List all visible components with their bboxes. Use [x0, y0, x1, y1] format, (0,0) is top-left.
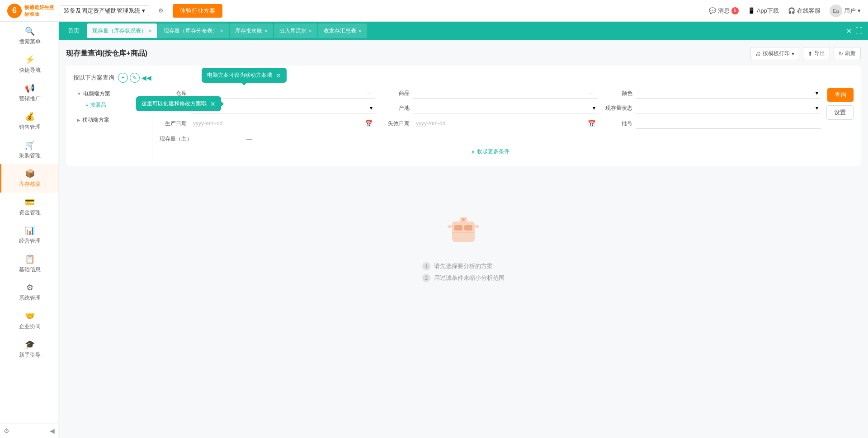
expire-date-input[interactable]: yyyy-mm-dd 📅: [413, 118, 598, 129]
stock-status-select[interactable]: ▾: [636, 103, 821, 113]
search-btn[interactable]: 查询: [827, 88, 854, 102]
search-icon: 🔍: [25, 26, 35, 36]
tab-close-inventory-status[interactable]: ✕: [148, 28, 152, 33]
notice-btn[interactable]: 💬 消息 6: [709, 7, 739, 15]
sales-icon: 💰: [25, 112, 35, 122]
basic-icon: 📋: [25, 254, 35, 264]
inventory-icon: 📦: [25, 169, 35, 179]
tab-batch-account[interactable]: 库存批次账 ✕: [230, 24, 273, 38]
online-service-btn[interactable]: 🎧 在线客服: [788, 7, 821, 15]
tab-close-inventory-dist[interactable]: ✕: [220, 28, 223, 33]
industry-btn[interactable]: 体验行业方案: [173, 4, 222, 18]
print-icon: 🖨: [755, 51, 761, 57]
expire-date-field: 失效日期 yyyy-mm-dd 📅: [382, 118, 598, 129]
color-select[interactable]: ▾: [636, 88, 821, 99]
mobile-plans-group[interactable]: ▶ 移动端方案: [77, 114, 145, 126]
origin-field: 产地 ▾: [382, 103, 598, 113]
filter-row-1: 仓库 ··· 商品: [160, 88, 821, 99]
tab-maximize[interactable]: ⛶: [855, 27, 863, 35]
stock-status-field: 现存量状态 ▾: [605, 103, 821, 113]
sidebar-item-operations[interactable]: 📊 经营管理: [0, 221, 58, 250]
logo-area: 6 畅通道好生意 标准版: [7, 4, 54, 18]
sidebar-item-system[interactable]: ⚙ 系统管理: [0, 278, 58, 306]
sidebar-item-newbie[interactable]: 🎓 新手引导: [0, 335, 58, 363]
settings-icon[interactable]: ⚙: [155, 5, 167, 17]
chevron-down-icon: ▾: [593, 105, 595, 111]
filter-header: 按以下方案查询 + ✎ ◀◀: [73, 73, 854, 83]
origin-select[interactable]: ▾: [413, 103, 598, 113]
filter-area: 电脑方案可设为移动方案哦 ✕ 这里可以创建和修改方案哦 ✕ 按以下方案查询 + …: [66, 66, 861, 166]
edit-plan-btn[interactable]: ✎: [130, 73, 140, 83]
prod-date-calendar-icon[interactable]: 📅: [365, 120, 373, 127]
user-menu[interactable]: Ea 用户 ▾: [830, 5, 861, 17]
notice-badge: 6: [731, 7, 739, 14]
search-actions: 查询 设置: [826, 88, 854, 159]
tooltip-top-close[interactable]: ✕: [276, 72, 281, 79]
tab-close-all[interactable]: ✕: [846, 27, 852, 35]
warehouse-dots[interactable]: ···: [365, 90, 373, 96]
service-icon: 🎧: [788, 7, 795, 14]
reset-btn[interactable]: 设置: [826, 105, 854, 120]
print-btn[interactable]: 🖨 按模板打印 ▾: [750, 47, 799, 60]
pc-plans-group[interactable]: ▼ 电脑端方案: [77, 88, 145, 99]
sidebar-item-search[interactable]: 🔍 搜索菜单: [0, 22, 58, 50]
tooltip-create-plan: 这里可以创建和修改方案哦 ✕: [136, 96, 221, 111]
goods-dots[interactable]: ···: [588, 90, 595, 96]
tab-actions: ✕ ⛶: [846, 27, 866, 35]
sidebar-item-quicknav[interactable]: ⚡ 快捷导航: [0, 50, 58, 79]
empty-step-1: 1 请先选择要分析的方案: [422, 262, 505, 270]
enterprise-icon: 🤝: [25, 311, 35, 321]
collapse-btn[interactable]: ∧ 收起更多条件: [160, 144, 821, 159]
stock-qty-to-input[interactable]: [258, 134, 303, 144]
purchase-icon: 🛒: [25, 140, 35, 150]
sidebar-item-finance[interactable]: 💳 资金管理: [0, 193, 58, 221]
collapse-sidebar-btn[interactable]: ◀: [50, 427, 55, 434]
tab-close-receive-summary[interactable]: ✕: [358, 28, 362, 33]
tooltip-left-close[interactable]: ✕: [210, 100, 216, 108]
settings-bottom-icon[interactable]: ⚙: [4, 427, 9, 434]
goods-select[interactable]: ···: [413, 88, 598, 99]
system-icon: ⚙: [26, 283, 33, 292]
tab-close-batch-account[interactable]: ✕: [264, 28, 268, 33]
sidebar-item-purchase[interactable]: 🛒 采购管理: [0, 136, 58, 164]
chevron-down-icon: ▾: [816, 90, 818, 96]
back-arrow-icon[interactable]: ◀◀: [142, 74, 151, 81]
filter-row-3: 生产日期 yyyy-mm-dd 📅 失效日期: [160, 118, 821, 129]
refresh-btn[interactable]: ↻ 刷新: [834, 47, 861, 60]
tab-receive-summary[interactable]: 收发存汇总表 ✕: [318, 24, 367, 38]
sidebar-item-inventory[interactable]: 📦 库存核算: [0, 164, 58, 193]
avatar: Ea: [830, 5, 842, 17]
filter-main-panel: 仓库 ··· 商品: [152, 88, 821, 159]
svg-text:···: ···: [455, 236, 458, 240]
batch-input[interactable]: [636, 118, 821, 129]
system-title-select[interactable]: 装备及固定资产辅助管理系统 ▾: [60, 5, 149, 16]
tab-home[interactable]: 首页: [61, 22, 87, 40]
stock-qty-from-input[interactable]: [196, 134, 241, 144]
content-area: 首页 现存量（库存状况表） ✕ 现存量（库存分布表） ✕ 库存批次账 ✕ 出入库…: [59, 22, 868, 438]
filter-actions: + ✎ ◀◀: [118, 73, 151, 83]
sidebar-item-enterprise[interactable]: 🤝 企业协同: [0, 306, 58, 335]
app-download-btn[interactable]: 📱 App下载: [748, 7, 779, 15]
filter-row-2: 尺码 ▾ 产地: [160, 103, 821, 113]
empty-step-2: 2 用过滤条件来缩小分析范围: [422, 274, 505, 282]
sidebar-item-basic[interactable]: 📋 基础信息: [0, 250, 58, 278]
page-header: 现存量查询(按仓库+商品) 🖨 按模板打印 ▾ ⬆ 导出 ↻: [66, 47, 861, 60]
prod-date-input[interactable]: yyyy-mm-dd 📅: [190, 118, 375, 129]
step-num-2: 2: [422, 274, 430, 282]
plan-item-bygoods[interactable]: └ 按照品: [84, 99, 145, 111]
main-area: 🔍 搜索菜单 ⚡ 快捷导航 📢 营销推广 💰 销售管理 🛒 采购管理 📦: [0, 22, 868, 438]
notice-icon: 💬: [709, 7, 716, 14]
empty-illustration: ···: [441, 208, 486, 253]
tab-inventory-status[interactable]: 现存量（库存状况表） ✕: [87, 24, 157, 38]
sidebar-item-marketing[interactable]: 📢 营销推广: [0, 79, 58, 107]
sidebar-item-sales[interactable]: 💰 销售管理: [0, 107, 58, 136]
export-btn[interactable]: ⬆ 导出: [803, 47, 830, 60]
tab-close-inout-flow[interactable]: ✕: [308, 28, 312, 33]
tab-inventory-dist[interactable]: 现存量（库存分布表） ✕: [158, 24, 229, 38]
expire-date-calendar-icon[interactable]: 📅: [588, 120, 595, 127]
tab-inout-flow[interactable]: 出入库流水 ✕: [274, 24, 317, 38]
stock-qty-field: 现存量（主） —: [160, 134, 375, 144]
add-plan-btn[interactable]: +: [118, 73, 128, 83]
batch-field: 批号: [605, 118, 821, 129]
svg-point-6: [462, 218, 465, 221]
